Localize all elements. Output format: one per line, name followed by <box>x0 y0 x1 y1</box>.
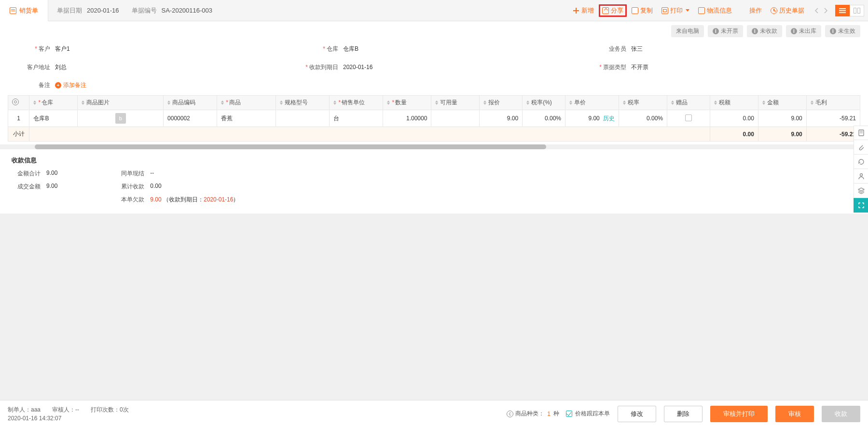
remark-field: 备注 + 添加备注 <box>12 81 280 89</box>
col-discount[interactable]: 税率(%) <box>523 96 565 110</box>
kind-count: 1 <box>547 411 551 417</box>
col-price[interactable]: 单价 <box>565 96 619 110</box>
view-list-button[interactable] <box>835 5 850 16</box>
row-discount[interactable]: 0.00% <box>523 110 565 127</box>
due-field: *收款到期日 2020-01-16 <box>300 63 568 71</box>
cum-row: 累计收款 0.00 <box>115 183 239 191</box>
active-tab[interactable]: 销货单 <box>0 0 48 21</box>
info-icon: i <box>830 28 836 34</box>
view-toggle <box>835 5 864 16</box>
col-qty[interactable]: *数量 <box>383 96 431 110</box>
col-spec[interactable]: 规格型号 <box>276 96 330 110</box>
uninvoiced-pill[interactable]: i 未开票 <box>708 25 743 37</box>
unshipped-pill[interactable]: i 未出库 <box>786 25 821 37</box>
customer-value[interactable]: 客户1 <box>55 45 70 53</box>
deal-row: 成交金额 9.00 <box>12 183 57 191</box>
col-taxrate[interactable]: 税率 <box>619 96 667 110</box>
row-available <box>431 110 480 127</box>
table-horizontal-scrollbar[interactable] <box>8 144 860 149</box>
rail-note-button[interactable] <box>854 126 868 140</box>
table-header-row: *仓库 商品图片 商品编码 *商品 规格型号 *销售单位 *数量 可用量 报价 … <box>8 96 860 110</box>
col-image[interactable]: 商品图片 <box>78 96 164 110</box>
print-button[interactable]: 打印 <box>658 4 693 17</box>
rail-attach-button[interactable] <box>854 140 868 155</box>
prev-record-button[interactable] <box>812 5 821 16</box>
rail-user-button[interactable] <box>854 169 868 184</box>
table-row[interactable]: 1 仓库B b 0000002 香蕉 台 1.00000 9.00 0.00% … <box>8 110 860 127</box>
doc-date-label: 单据日期 <box>57 6 82 15</box>
rail-expand-button[interactable] <box>854 198 868 213</box>
due-value[interactable]: 2020-01-16 <box>343 64 372 71</box>
subtotal-profit: -59.21 <box>806 127 860 142</box>
info-ring-icon: c <box>507 411 513 417</box>
rail-refresh-button[interactable] <box>854 155 868 169</box>
col-amount[interactable]: 金额 <box>758 96 806 110</box>
salesman-value[interactable]: 张三 <box>631 45 643 53</box>
doc-meta: 单据日期 2020-01-16 单据编号 SA-20200116-003 <box>57 6 212 15</box>
col-sale-unit[interactable]: *销售单位 <box>330 96 383 110</box>
doc-no-label: 单据编号 <box>132 6 157 15</box>
subtotal-row: 小计 0.00 9.00 -59.21 <box>8 127 860 142</box>
col-gift[interactable]: 赠品 <box>667 96 710 110</box>
warehouse-value[interactable]: 仓库B <box>343 45 358 53</box>
status-bar: 来自电脑 i 未开票 i 未收款 i 未出库 i 未生效 <box>0 21 868 37</box>
cum-value: 0.00 <box>150 183 161 191</box>
svg-point-3 <box>860 173 862 176</box>
total-row: 金额合计 9.00 <box>12 170 57 178</box>
delete-button[interactable]: 删除 <box>664 406 703 422</box>
history-button[interactable]: 历史单据 <box>767 4 808 17</box>
addr-field: 客户地址 刘总 <box>12 63 280 71</box>
row-qty[interactable]: 1.00000 <box>383 110 431 127</box>
header-form: *客户 客户1 *仓库 仓库B 业务员 张三 客户地址 刘总 *收款到期日 20… <box>0 37 868 95</box>
inactive-pill[interactable]: i 未生效 <box>825 25 860 37</box>
row-code[interactable]: 0000002 <box>164 110 217 127</box>
col-product[interactable]: *商品 <box>217 96 276 110</box>
row-quote[interactable]: 9.00 <box>480 110 523 127</box>
col-warehouse[interactable]: *仓库 <box>29 96 78 110</box>
col-available[interactable]: 可用量 <box>431 96 480 110</box>
total-value: 9.00 <box>46 170 57 178</box>
row-warehouse[interactable]: 仓库B <box>29 110 78 127</box>
audit-print-button[interactable]: 审核并打印 <box>710 406 768 422</box>
scrollbar-thumb[interactable] <box>35 144 546 149</box>
modify-button[interactable]: 修改 <box>618 406 656 422</box>
ops-button[interactable]: 操作 <box>737 4 766 17</box>
settings-header[interactable] <box>8 96 29 110</box>
row-taxrate[interactable]: 0.00% <box>619 110 667 127</box>
audit-button[interactable]: 审核 <box>775 406 814 422</box>
next-record-button[interactable] <box>822 5 830 16</box>
footer-meta: 制单人：aaa 审核人：-- 打印次数：0次 2020-01-16 14:32:… <box>8 406 129 422</box>
row-price[interactable]: 9.00 历史 <box>565 110 619 127</box>
row-image[interactable]: b <box>78 110 164 127</box>
row-sale-unit[interactable]: 台 <box>330 110 383 127</box>
col-quote[interactable]: 报价 <box>480 96 523 110</box>
col-code[interactable]: 商品编码 <box>164 96 217 110</box>
view-split-button[interactable] <box>850 5 864 16</box>
invoice-value[interactable]: 不开票 <box>631 63 648 71</box>
warehouse-field: *仓库 仓库B <box>300 45 568 53</box>
print-count: 0次 <box>120 406 129 413</box>
unpaid-pill[interactable]: i 未收款 <box>747 25 782 37</box>
share-button[interactable]: 分享 <box>599 4 627 17</box>
row-spec[interactable] <box>276 110 330 127</box>
col-profit[interactable]: 毛利 <box>806 96 860 110</box>
add-remark-button[interactable]: + 添加备注 <box>55 81 86 89</box>
price-follow-toggle[interactable]: 价格跟踪本单 <box>566 410 610 418</box>
checkbox-checked-icon <box>566 411 572 417</box>
owe-row: 本单欠款 9.00 （收款到期日：2020-01-16） <box>115 196 239 204</box>
addr-value[interactable]: 刘总 <box>55 63 67 71</box>
new-button[interactable]: 新增 <box>569 4 598 17</box>
auditor-value: -- <box>75 406 79 413</box>
copy-button[interactable]: 复制 <box>628 4 657 17</box>
rail-stack-button[interactable] <box>854 184 868 198</box>
share-icon <box>602 7 609 14</box>
logistics-button[interactable]: 物流信息 <box>694 4 736 17</box>
price-history-link[interactable]: 历史 <box>603 115 615 122</box>
image-placeholder-icon: b <box>115 113 126 124</box>
subtotal-tax: 0.00 <box>710 127 758 142</box>
stack-icon <box>857 187 865 195</box>
row-product[interactable]: 香蕉 <box>217 110 276 127</box>
invoice-field: *票据类型 不开票 <box>588 63 856 71</box>
col-tax[interactable]: 税额 <box>710 96 758 110</box>
row-gift[interactable] <box>667 110 710 127</box>
